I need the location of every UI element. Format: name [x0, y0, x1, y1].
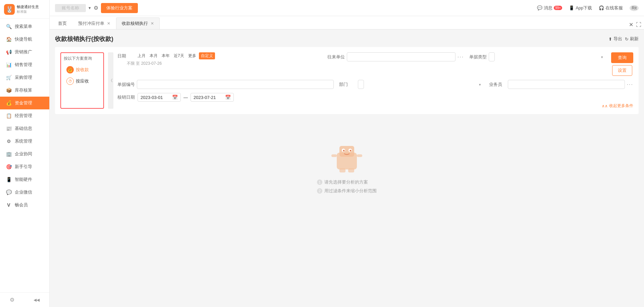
form-buttons: 查询 设置: [611, 52, 633, 76]
logo-area: 🐰 畅捷通好生意 标准版: [0, 0, 49, 19]
tab-home[interactable]: 首页: [52, 17, 72, 29]
doc-type-select[interactable]: [489, 52, 495, 61]
sidebar-nav: 🔍 搜索菜单 🏠 快捷导航 📢 营销推广 📊 销售管理 🛒 采购管理 📦 库存核…: [0, 19, 49, 292]
filter-collapse-button[interactable]: 《: [108, 52, 113, 109]
chevron-down-icon[interactable]: ▾: [89, 5, 91, 10]
tab-prepay[interactable]: 预付冲应付单 ✕: [72, 17, 116, 29]
sidebar-item-guide[interactable]: 🎯 新手引导: [0, 160, 49, 173]
sidebar-item-label: 企业协同: [15, 151, 32, 157]
date-this-month-button[interactable]: 本月: [148, 52, 159, 59]
doc-type-select-wrapper: ▾: [489, 52, 606, 61]
verify-date-start-input[interactable]: [141, 95, 171, 100]
collapse-up-icon: ∧∧: [602, 104, 608, 108]
filter-sidebar: 按以下方案查询 💰 按收款 ⏱ 按应收: [60, 52, 104, 109]
salesperson-field: 业务员 ···: [489, 80, 633, 89]
tab-close-window-button[interactable]: ✕: [629, 21, 633, 28]
sidebar-item-system[interactable]: ⚙ 系统管理: [0, 135, 49, 148]
app-download-button[interactable]: 📱 App下载: [569, 5, 592, 11]
message-icon: 💬: [537, 5, 542, 10]
date-more-button[interactable]: 更多: [187, 52, 198, 59]
sidebar-item-sales[interactable]: 📊 销售管理: [0, 58, 49, 71]
svg-point-4: [343, 150, 345, 152]
date-label: 日期: [117, 53, 134, 59]
sidebar-item-marketing[interactable]: 📢 营销推广: [0, 46, 49, 58]
salesperson-input[interactable]: [508, 80, 625, 89]
doc-type-field: 单据类型 ▾: [469, 52, 606, 61]
sidebar-item-business[interactable]: 📋 经营管理: [0, 109, 49, 122]
tabs-actions: ✕ ⛶: [629, 21, 641, 29]
filter-form: 日期 上月 本月 本年 近7天 更多 自定义: [117, 52, 633, 109]
page-content: 收款核销执行(按收款) ⬆ 导出 ↻ 刷新 按以下方案查询: [50, 30, 644, 307]
sidebar-item-enterprise[interactable]: 🏢 企业协同: [0, 148, 49, 160]
svg-rect-8: [339, 168, 345, 172]
sidebar-item-basic[interactable]: 📰 基础信息: [0, 122, 49, 135]
sidebar-item-hardware[interactable]: 📱 智能硬件: [0, 173, 49, 186]
doc-no-label: 单据编号: [117, 82, 135, 88]
user-avatar[interactable]: Rit: [630, 5, 639, 11]
tab-maximize-button[interactable]: ⛶: [636, 22, 641, 28]
member-icon: V: [5, 202, 12, 208]
query-button[interactable]: 查询: [611, 52, 633, 63]
verify-date-label: 核销日期: [117, 94, 135, 100]
salesperson-more-icon[interactable]: ···: [627, 82, 633, 88]
page-title-bar: 收款核销执行(按收款) ⬆ 导出 ↻ 刷新: [55, 35, 639, 43]
doc-type-label: 单据类型: [469, 54, 487, 60]
counterpart-input[interactable]: [347, 52, 455, 61]
footer-settings-button[interactable]: ⚙: [7, 295, 17, 304]
sidebar-item-purchase[interactable]: 🛒 采购管理: [0, 71, 49, 84]
tabs-bar: 首页 预付冲应付单 ✕ 收款核销执行 ✕ ✕ ⛶: [50, 16, 644, 30]
dept-select[interactable]: [358, 80, 364, 89]
tab-collection-label: 收款核销执行: [122, 20, 148, 27]
date-this-year-button[interactable]: 本年: [160, 52, 171, 59]
receivable-icon: ⏱: [66, 78, 74, 85]
online-service-label: 在线客服: [605, 5, 623, 11]
logo-name: 畅捷通好生意: [17, 4, 39, 9]
purchase-icon: 🛒: [5, 75, 12, 80]
settings-icon[interactable]: ⚙: [94, 5, 98, 11]
filter-option-collection[interactable]: 💰 按收款: [64, 64, 101, 75]
sidebar-item-wechat[interactable]: 💬 企业微信: [0, 186, 49, 199]
counterpart-label: 往来单位: [327, 54, 345, 60]
calendar-end-icon[interactable]: 📅: [225, 95, 231, 100]
refresh-icon: ↻: [625, 37, 629, 42]
hint-text-1: 请先选择要分析的方案: [324, 178, 368, 187]
settings-button[interactable]: 设置: [612, 65, 632, 76]
date-last-month-button[interactable]: 上月: [136, 52, 147, 59]
online-service-button[interactable]: 🎧 在线客服: [599, 5, 623, 11]
calendar-start-icon[interactable]: 📅: [172, 95, 178, 100]
hint-item-1: 1 请先选择要分析的方案: [317, 178, 377, 187]
refresh-button[interactable]: ↻ 刷新: [625, 36, 639, 42]
filter-option-collection-label: 按收款: [76, 67, 89, 73]
sidebar-item-inventory[interactable]: 📦 库存核算: [0, 84, 49, 97]
sidebar-item-search[interactable]: 🔍 搜索菜单: [0, 20, 49, 33]
export-button[interactable]: ⬆ 导出: [608, 36, 622, 42]
sidebar-item-finance[interactable]: 💰 资金管理: [0, 97, 49, 109]
chevron-down-icon: ▾: [479, 82, 481, 87]
svg-rect-7: [357, 154, 362, 157]
filter-option-receivable-label: 按应收: [76, 78, 89, 84]
sidebar-item-label: 新手引导: [15, 164, 32, 170]
tab-collection[interactable]: 收款核销执行 ✕: [116, 17, 160, 29]
sidebar-item-label: 营销推广: [15, 49, 32, 55]
collapse-more-button[interactable]: ∧∧ 收起更多条件: [602, 103, 633, 109]
message-button[interactable]: 💬 消息 99+: [537, 5, 562, 11]
service-icon: 🎧: [599, 5, 604, 10]
topbar: 账号名称 ▾ ⚙ 体验行业方案 💬 消息 99+ 📱 App下载 🎧 在线客服 …: [50, 0, 644, 16]
industry-solution-button[interactable]: 体验行业方案: [101, 3, 138, 13]
enterprise-icon: 🏢: [5, 151, 12, 157]
counterpart-more-icon[interactable]: ···: [458, 54, 464, 60]
tab-prepay-close-icon[interactable]: ✕: [107, 21, 110, 26]
date-custom-button[interactable]: 自定义: [199, 52, 215, 59]
date-last-7days-button[interactable]: 近7天: [172, 52, 185, 59]
tab-collection-close-icon[interactable]: ✕: [151, 21, 154, 26]
dept-select-wrapper: ▾: [358, 80, 483, 89]
topbar-left: 账号名称 ▾ ⚙ 体验行业方案: [55, 3, 532, 13]
sidebar-item-member[interactable]: V 畅会员: [0, 199, 49, 211]
verify-date-end-input[interactable]: [194, 95, 224, 100]
footer-collapse-button[interactable]: ◀◀: [31, 296, 42, 304]
doc-no-input[interactable]: [137, 80, 334, 89]
business-icon: 📋: [5, 113, 12, 118]
dept-label: 部门: [339, 82, 356, 88]
filter-option-receivable[interactable]: ⏱ 按应收: [64, 75, 101, 87]
sidebar-item-shortcut[interactable]: 🏠 快捷导航: [0, 33, 49, 46]
